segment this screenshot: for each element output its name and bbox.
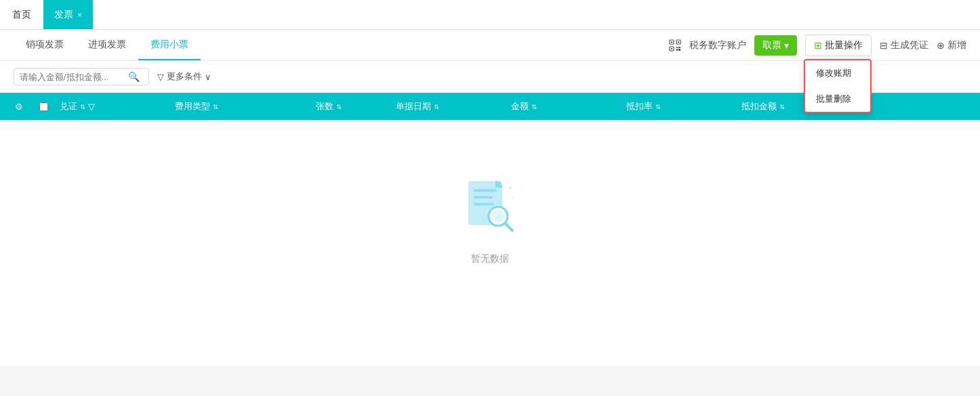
search-input[interactable] <box>20 72 128 82</box>
svg-rect-12 <box>474 196 493 199</box>
filter-button[interactable]: ▽ 更多条件 ∨ <box>157 71 211 83</box>
svg-rect-1 <box>671 41 672 43</box>
take-ticket-button[interactable]: 取票 ▾ <box>754 35 797 56</box>
tab-sales-invoice[interactable]: 销项发票 <box>14 30 76 60</box>
add-new-button[interactable]: ⊕ 新增 <box>937 39 966 52</box>
add-new-label: 新增 <box>947 39 966 52</box>
th-amount-label: 金额 <box>511 100 529 113</box>
th-expense-type-sort: ⇅ <box>213 103 218 111</box>
select-all-checkbox[interactable] <box>39 102 48 111</box>
qr-button[interactable] <box>669 39 681 52</box>
empty-state: 暂无数据 <box>0 120 980 292</box>
th-voucher[interactable]: 兑证 ⇅ ▽ <box>54 100 169 113</box>
svg-line-16 <box>505 223 512 231</box>
th-date-sort: ⇅ <box>434 103 439 111</box>
filter-arrow: ∨ <box>205 72 211 82</box>
search-icon[interactable]: 🔍 <box>128 71 140 82</box>
take-ticket-arrow: ▾ <box>784 40 789 51</box>
qr-icon <box>669 39 681 52</box>
filter-label: 更多条件 <box>167 71 202 83</box>
svg-rect-3 <box>678 41 679 43</box>
th-date[interactable]: 单据日期 ⇅ <box>390 100 506 113</box>
add-new-icon: ⊕ <box>937 40 945 51</box>
nav-home[interactable]: 首页 <box>0 0 43 29</box>
tab-expense-receipt[interactable]: 费用小票 <box>138 30 201 60</box>
dropdown-item-modify-period[interactable]: 修改账期 <box>805 60 870 86</box>
empty-text: 暂无数据 <box>471 253 509 265</box>
nav-tab-invoice[interactable]: 发票 × <box>43 0 93 29</box>
batch-op-button[interactable]: ⊞ 批量操作 <box>805 35 872 56</box>
filter-icon: ▽ <box>157 72 164 82</box>
dropdown-item-batch-delete[interactable]: 批量删除 <box>805 86 870 112</box>
th-count-sort: ⇅ <box>336 103 342 111</box>
nav-tab-close[interactable]: × <box>77 10 82 20</box>
batch-op-container: ⊞ 批量操作 修改账期 批量删除 <box>805 35 872 56</box>
generate-voucher-label: 生成凭证 <box>891 39 928 52</box>
th-amount[interactable]: 金额 ⇅ <box>506 100 621 113</box>
top-nav: 首页 发票 × <box>0 0 980 30</box>
svg-rect-13 <box>474 203 494 205</box>
th-date-label: 单据日期 <box>396 100 431 113</box>
svg-point-19 <box>516 184 518 185</box>
th-deduct-amount-sort: ⇅ <box>779 103 785 111</box>
svg-rect-9 <box>678 49 680 51</box>
th-settings-icon[interactable]: ⚙ <box>5 102 33 112</box>
nav-tab-label: 发票 <box>54 9 73 21</box>
th-voucher-sort: ⇅ <box>80 103 85 111</box>
th-checkbox[interactable] <box>33 102 54 111</box>
th-count[interactable]: 张数 ⇅ <box>310 100 391 113</box>
generate-voucher-icon: ⊟ <box>880 40 888 51</box>
th-deduct-rate-label: 抵扣率 <box>626 100 653 113</box>
svg-point-18 <box>513 197 515 199</box>
th-amount-sort: ⇅ <box>531 103 537 111</box>
tab-purchase-invoice[interactable]: 进项发票 <box>76 30 138 60</box>
svg-rect-7 <box>678 47 680 48</box>
batch-op-label: 批量操作 <box>825 39 863 52</box>
svg-rect-6 <box>676 47 678 48</box>
sub-nav-tabs: 销项发票 进项发票 费用小票 <box>14 30 201 60</box>
th-voucher-filter-icon: ▽ <box>88 102 95 112</box>
th-deduct-rate-sort: ⇅ <box>655 103 661 111</box>
empty-illustration <box>456 174 524 242</box>
tax-digital-account-button[interactable]: 税务数字账户 <box>689 39 746 52</box>
th-expense-type-label: 费用类型 <box>175 100 210 113</box>
batch-op-icon: ⊞ <box>814 40 822 51</box>
sub-nav-actions: 税务数字账户 取票 ▾ ⊞ 批量操作 修改账期 批量删除 ⊟ 生成凭证 ⊕ 新增 <box>669 35 966 56</box>
take-ticket-label: 取票 <box>762 39 781 52</box>
search-wrap: 🔍 <box>14 68 149 85</box>
th-expense-type[interactable]: 费用类型 ⇅ <box>169 100 310 113</box>
sub-nav: 销项发票 进项发票 费用小票 税务数字账户 取票 ▾ <box>0 30 980 61</box>
svg-point-15 <box>492 210 504 222</box>
batch-op-dropdown: 修改账期 批量删除 <box>804 59 872 113</box>
svg-rect-8 <box>676 49 678 51</box>
svg-point-17 <box>509 186 512 189</box>
th-count-label: 张数 <box>316 100 333 113</box>
svg-rect-5 <box>671 48 672 50</box>
generate-voucher-button[interactable]: ⊟ 生成凭证 <box>880 39 928 52</box>
th-deduct-amount-label: 抵扣金额 <box>741 100 777 113</box>
th-voucher-label: 兑证 <box>60 100 77 113</box>
svg-rect-11 <box>474 189 497 192</box>
th-deduct-rate[interactable]: 抵扣率 ⇅ <box>621 100 736 113</box>
